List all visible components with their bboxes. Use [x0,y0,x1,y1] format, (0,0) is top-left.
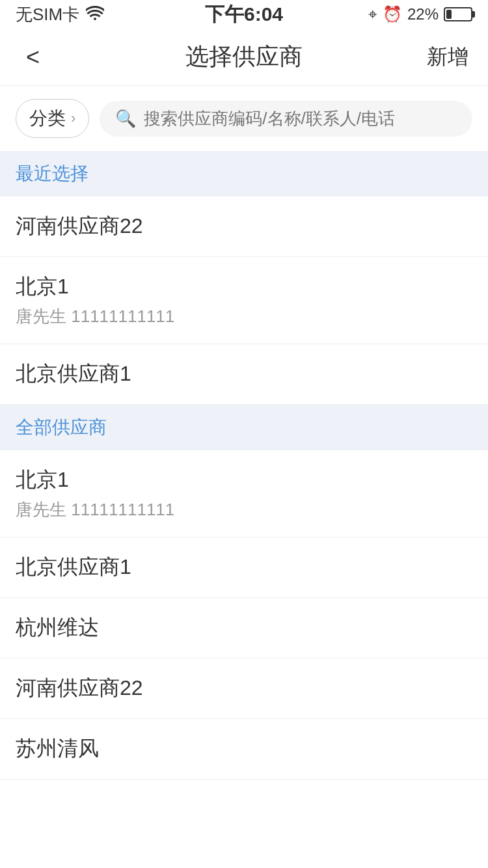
item-name: 北京供应商1 [16,360,472,388]
recent-section-header: 最近选择 [0,151,488,197]
search-input[interactable] [144,109,457,129]
nav-bar: < 选择供应商 新增 [0,29,488,86]
all-list-item[interactable]: 北京1唐先生 11111111111 [0,450,488,537]
item-sub: 唐先生 11111111111 [16,305,472,328]
page-title: 选择供应商 [185,41,303,73]
chevron-right-icon: › [71,110,75,127]
item-name: 北京1 [16,466,472,495]
filter-bar: 分类 › 🔍 [0,86,488,151]
alarm-icon: ⏰ [383,5,402,23]
status-time: 下午6:04 [205,1,283,28]
all-list-item[interactable]: 杭州维达 [0,598,488,658]
wifi-icon [86,5,104,25]
search-icon: 🔍 [115,109,136,129]
item-name: 苏州清风 [16,735,472,763]
recent-list-item[interactable]: 北京1唐先生 11111111111 [0,257,488,344]
category-label: 分类 [29,106,66,131]
carrier-text: 无SIM卡 [16,3,79,26]
status-bar: 无SIM卡 下午6:04 ⌖ ⏰ 22% [0,0,488,29]
battery-icon [444,7,472,21]
add-button[interactable]: 新增 [427,43,468,72]
item-name: 北京供应商1 [16,553,472,582]
recent-list-item[interactable]: 河南供应商22 [0,197,488,257]
all-list-item[interactable]: 河南供应商22 [0,658,488,719]
item-sub: 唐先生 11111111111 [16,498,472,521]
search-bar: 🔍 [100,101,472,137]
battery-percent: 22% [407,5,439,23]
recent-list-item[interactable]: 北京供应商1 [0,344,488,405]
all-list-item[interactable]: 北京供应商1 [0,537,488,598]
all-list: 北京1唐先生 11111111111北京供应商1杭州维达河南供应商22苏州清风 [0,450,488,780]
all-section-header: 全部供应商 [0,405,488,450]
item-name: 河南供应商22 [16,212,472,241]
all-list-item[interactable]: 苏州清风 [0,719,488,780]
item-name: 河南供应商22 [16,674,472,703]
recent-list: 河南供应商22北京1唐先生 11111111111北京供应商1 [0,197,488,405]
status-left: 无SIM卡 [16,3,104,26]
back-button[interactable]: < [20,37,46,77]
location-icon: ⌖ [368,5,377,23]
category-filter[interactable]: 分类 › [16,99,89,138]
item-name: 杭州维达 [16,614,472,642]
status-right: ⌖ ⏰ 22% [368,5,472,23]
item-name: 北京1 [16,273,472,301]
